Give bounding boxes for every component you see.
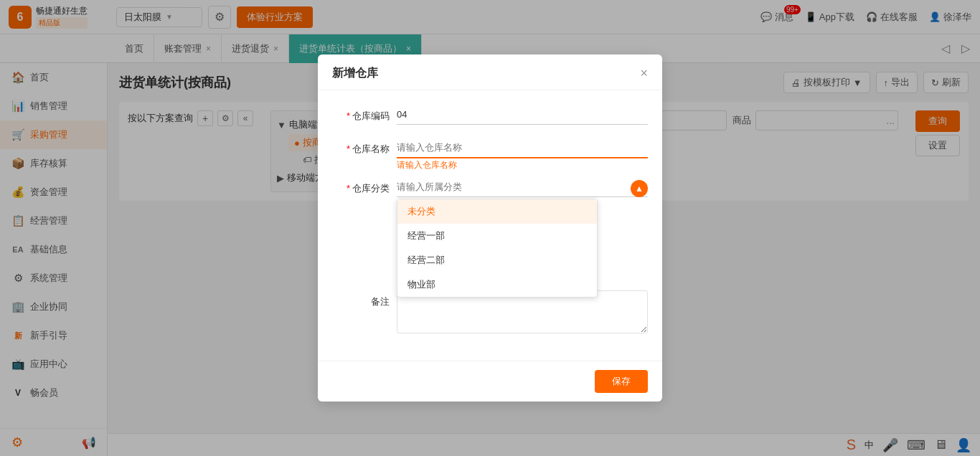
dropdown-item-3[interactable]: 物业部	[397, 272, 597, 297]
save-button[interactable]: 保存	[595, 370, 648, 393]
note-label: 备注	[332, 290, 390, 308]
category-select-wrap: ▲ 未分类 经营一部 经营二部 物业部	[397, 177, 648, 197]
dialog-header: 新增仓库 ×	[318, 54, 662, 90]
name-error-msg: 请输入仓库名称	[397, 159, 457, 171]
form-row-name: *仓库名称 请输入仓库名称	[332, 138, 648, 158]
category-toggle-btn[interactable]: ▲	[631, 180, 648, 197]
dialog-body: *仓库编码 *仓库名称 请输入仓库名称 *仓库分类	[318, 90, 662, 361]
form-row-code: *仓库编码	[332, 105, 648, 125]
dialog-title: 新增仓库	[332, 66, 378, 81]
dropdown-item-2[interactable]: 经营二部	[397, 248, 597, 272]
dialog-footer: 保存	[318, 361, 662, 402]
category-label: *仓库分类	[332, 177, 390, 195]
name-field-wrap: 请输入仓库名称	[397, 138, 648, 158]
category-dropdown: 未分类 经营一部 经营二部 物业部	[397, 199, 598, 298]
code-label: *仓库编码	[332, 105, 390, 123]
form-row-category: *仓库分类 ▲ 未分类 经营一部 经营二部 物业部	[332, 177, 648, 197]
name-input[interactable]	[397, 138, 648, 158]
dropdown-item-0[interactable]: 未分类	[397, 199, 597, 224]
new-warehouse-dialog: 新增仓库 × *仓库编码 *仓库名称 请输入仓库名称	[318, 54, 662, 402]
dialog-close-button[interactable]: ×	[640, 66, 648, 81]
name-label: *仓库名称	[332, 138, 390, 156]
category-input[interactable]	[397, 177, 648, 197]
code-input[interactable]	[397, 105, 648, 125]
dialog-overlay: 新增仓库 × *仓库编码 *仓库名称 请输入仓库名称	[0, 0, 980, 456]
dropdown-item-1[interactable]: 经营一部	[397, 224, 597, 248]
